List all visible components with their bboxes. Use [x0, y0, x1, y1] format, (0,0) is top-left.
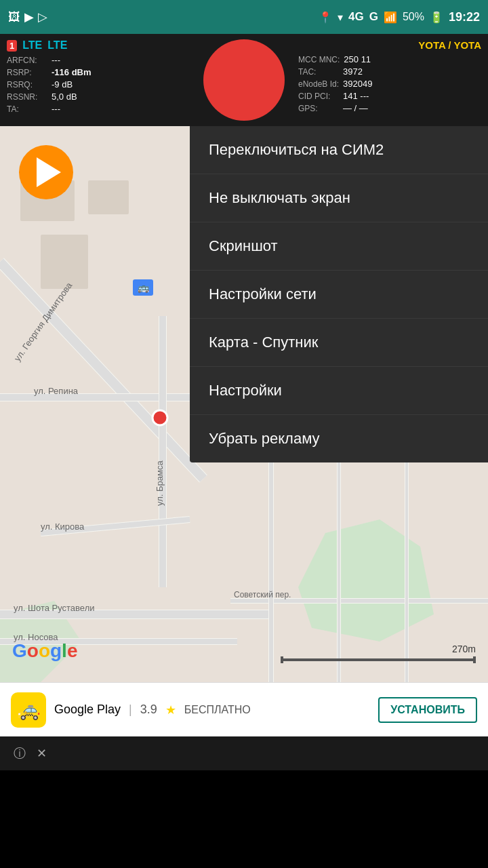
store-icon: ▷ [38, 9, 47, 24]
ad-title: Google Play [54, 703, 121, 717]
ad-divider: | [129, 703, 132, 717]
dropdown-menu[interactable]: Переключиться на СИМ2 Не выключать экран… [190, 126, 488, 462]
wifi-icon: ▾ [338, 11, 343, 24]
lte-label1: LTE [22, 39, 42, 52]
status-bar-left: 🖼 ▶ ▷ [8, 9, 47, 24]
gps-value: — / — [343, 103, 368, 113]
svg-text:ул. Шота Руставели: ул. Шота Руставели [14, 603, 95, 613]
enodeb-label: eNodeB Id: [298, 79, 339, 89]
svg-text:🚌: 🚌 [138, 282, 150, 294]
google-logo: Google [12, 640, 77, 662]
image-icon: 🖼 [8, 10, 20, 24]
menu-item-map-satellite[interactable]: Карта - Спутник [190, 319, 488, 367]
info-panel: 1 LTE LTE ARFCN: --- RSRP: -116 dBm RSRQ… [0, 34, 488, 126]
gps-label: GPS: [298, 104, 339, 113]
arfcn-value: --- [52, 55, 60, 65]
svg-point-42 [152, 410, 167, 425]
signal-text2: G [369, 10, 378, 24]
ta-value: --- [52, 104, 60, 114]
mcc-mnc-label: MCC MNC: [298, 55, 340, 64]
signal-bars-icon: 📶 [384, 11, 397, 24]
battery-icon: 🔋 [430, 11, 443, 24]
menu-item-settings[interactable]: Настройки [190, 367, 488, 415]
play-button[interactable] [19, 145, 73, 199]
status-bar-right: 📍 ▾ 4G G 📶 50% 🔋 19:22 [319, 10, 480, 24]
signal-text: 4G [348, 10, 364, 24]
menu-item-screen[interactable]: Не выключать экран [190, 174, 488, 222]
scale-bar: 270m [281, 644, 476, 663]
svg-text:ул. Репина: ул. Репина [34, 386, 79, 396]
rssnr-label: RSSNR: [7, 92, 47, 102]
battery-text: 50% [403, 11, 424, 23]
tac-label: TAC: [298, 67, 339, 77]
svg-text:Советский пер.: Советский пер. [234, 590, 291, 599]
cid-pci-value: 141 --- [343, 91, 369, 101]
menu-item-remove-ads[interactable]: Убрать рекламу [190, 415, 488, 462]
lte-label2: LTE [47, 39, 67, 52]
media-icon: ▶ [24, 9, 34, 24]
install-button[interactable]: УСТАНОВИТЬ [378, 697, 477, 723]
rssnr-value: 5,0 dB [52, 92, 77, 102]
map-area[interactable]: 🚌 ул. Георгия Димитрова ул. Репина ул. Б… [0, 126, 488, 682]
sim-badge: 1 [7, 40, 17, 52]
svg-rect-26 [88, 180, 129, 214]
info-icon[interactable]: ⓘ [14, 745, 26, 762]
time-display: 19:22 [449, 10, 480, 24]
location-icon: 📍 [319, 11, 332, 24]
info-right: YOTA / YOTA MCC MNC: 250 11 TAC: 3972 eN… [298, 39, 481, 121]
menu-item-network[interactable]: Настройки сети [190, 271, 488, 319]
status-bar: 🖼 ▶ ▷ 📍 ▾ 4G G 📶 50% 🔋 19:22 [0, 0, 488, 34]
play-icon [37, 157, 61, 187]
rsrp-label: RSRP: [7, 68, 47, 77]
signal-indicator [190, 39, 298, 121]
bottom-bar: ⓘ ✕ [0, 736, 488, 770]
svg-text:ул. Кирова: ул. Кирова [41, 521, 85, 532]
rsrp-value: -116 dBm [52, 67, 92, 77]
svg-rect-27 [41, 235, 88, 289]
cid-pci-label: CID PCI: [298, 92, 339, 101]
taxi-icon: 🚕 [17, 698, 41, 721]
menu-item-screenshot[interactable]: Скриншот [190, 222, 488, 271]
menu-item-sim2[interactable]: Переключиться на СИМ2 [190, 126, 488, 174]
status-icons: 🖼 ▶ ▷ [8, 9, 47, 24]
close-icon[interactable]: ✕ [37, 746, 47, 761]
svg-text:ул. Брамса: ул. Брамса [155, 460, 165, 506]
ad-star-icon: ★ [165, 703, 176, 717]
ad-banner: 🚕 Google Play | 3.9 ★ БЕСПЛАТНО УСТАНОВИ… [0, 682, 488, 736]
ad-app-icon: 🚕 [11, 692, 46, 728]
mcc-mnc-value: 250 11 [344, 54, 371, 64]
ad-rating: 3.9 [140, 703, 157, 717]
rsrq-value: -9 dB [52, 79, 73, 90]
enodeb-value: 392049 [343, 79, 372, 89]
ta-label: TA: [7, 104, 47, 114]
map-container[interactable]: 🚌 ул. Георгия Димитрова ул. Репина ул. Б… [0, 126, 488, 682]
info-left: 1 LTE LTE ARFCN: --- RSRP: -116 dBm RSRQ… [7, 39, 190, 121]
tac-value: 3972 [343, 66, 363, 77]
signal-circle [203, 39, 285, 121]
scale-text: 270m [452, 644, 476, 654]
operator-name: YOTA / YOTA [418, 39, 481, 51]
ad-price: БЕСПЛАТНО [184, 704, 251, 716]
arfcn-label: ARFCN: [7, 56, 47, 65]
ad-info: Google Play | 3.9 ★ БЕСПЛАТНО [54, 703, 378, 717]
rsrq-label: RSRQ: [7, 80, 47, 90]
